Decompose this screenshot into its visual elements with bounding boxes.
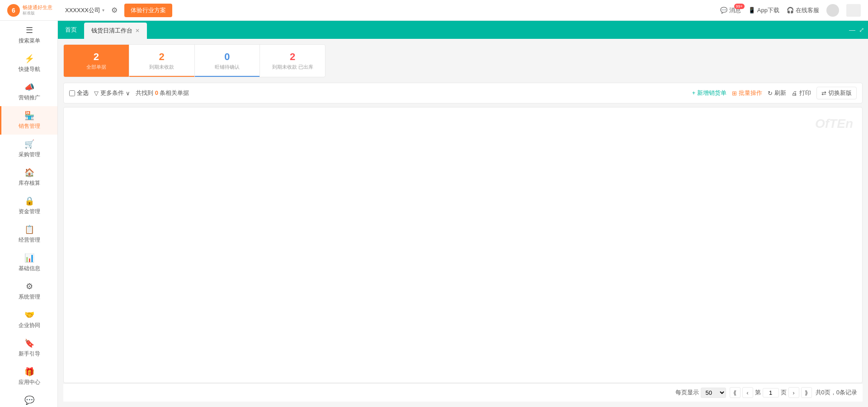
message-icon: 💬 [720, 7, 727, 14]
page-nav: ⟪ ‹ 第 页 › ⟫ [730, 387, 812, 398]
total-label: 共0页，0条记录 [816, 388, 857, 397]
trial-button[interactable]: 体验行业方案 [124, 4, 172, 17]
sidebar-label-inventory: 库存核算 [19, 179, 40, 187]
logo-sub: 标准版 [23, 10, 52, 16]
select-all-checkbox[interactable]: 全选 [69, 89, 89, 97]
sidebar-label-app-center: 应用中心 [19, 379, 40, 386]
found-text: 共找到 0 条相关单据 [136, 89, 189, 97]
page-last-button[interactable]: ⟫ [801, 387, 812, 398]
company-name: XXXXXX公司 [65, 6, 100, 14]
page-size-selector: 每页显示 50 20 100 [675, 388, 726, 398]
stat-card-pending[interactable]: 0 旺铺待确认 [195, 45, 260, 77]
batch-op-button[interactable]: ⊞ 批量操作 [732, 89, 762, 97]
page-first-button[interactable]: ⟪ [730, 387, 741, 398]
tab-maximize-icon[interactable]: ⤢ [859, 26, 864, 33]
refresh-icon: ↻ [768, 90, 773, 97]
select-all-input[interactable] [69, 90, 75, 96]
stat-label-shipped: 到期未收款 已出库 [269, 64, 316, 70]
filter-chevron-icon: ∨ [126, 90, 130, 97]
sidebar-item-marketing[interactable]: 📣 营销推广 [0, 78, 57, 106]
sidebar-label-sales: 销售管理 [19, 122, 40, 130]
headset-icon: 🎧 [787, 7, 794, 14]
tab-minimize-icon[interactable]: — [849, 26, 855, 33]
quick-nav-icon: ⚡ [24, 54, 34, 64]
sidebar-label-system: 系统管理 [19, 293, 40, 301]
toolbar-left: 全选 ▽ 更多条件 ∨ 共找到 0 条相关单据 [69, 89, 189, 97]
tab-home-label: 首页 [65, 26, 77, 34]
sidebar-item-enterprise[interactable]: 🤝 企业协同 [0, 305, 57, 334]
sidebar-item-search[interactable]: ☰ 搜索菜单 [0, 21, 57, 49]
tab-close-icon[interactable]: ✕ [135, 28, 140, 34]
stat-card-overdue[interactable]: 2 到期未收款 [129, 45, 195, 77]
table-area: OfTEn [63, 107, 863, 383]
sidebar-item-guide[interactable]: 🔖 新手引导 [0, 334, 57, 362]
found-suffix: 条相关单据 [160, 89, 189, 96]
sidebar-label-guide: 新手引导 [19, 350, 40, 358]
sidebar-label-base-info: 基础信息 [19, 265, 40, 272]
settings-icon[interactable]: ⚙ [108, 4, 121, 17]
base-info-icon: 📊 [24, 253, 34, 263]
chevron-down-icon: ▾ [102, 8, 104, 13]
stat-number-shipped: 2 [269, 51, 316, 63]
stat-label-pending: 旺铺待确认 [204, 64, 251, 70]
top-bar: 6 畅捷通好生意 标准版 XXXXXX公司 ▾ ⚙ 体验行业方案 💬 消息 99… [0, 0, 868, 21]
pagination-bar: 每页显示 50 20 100 ⟪ ‹ 第 页 › ⟫ 共0页，0条记录 [63, 383, 863, 402]
tab-workbench[interactable]: 钱货日清工作台 ✕ [84, 23, 147, 39]
sidebar: ☰ 搜索菜单 ⚡ 快捷导航 📣 营销推广 🏪 销售管理 🛒 采购管理 🏠 库存核… [0, 21, 58, 407]
sidebar-item-operations[interactable]: 📋 经营管理 [0, 220, 57, 248]
sidebar-item-sales[interactable]: 🏪 销售管理 [0, 106, 57, 135]
tab-home[interactable]: 首页 [58, 21, 84, 39]
top-bar-left: 6 畅捷通好生意 标准版 XXXXXX公司 ▾ ⚙ 体验行业方案 [7, 4, 172, 17]
message-badge: 99+ [734, 4, 745, 9]
sidebar-item-purchase[interactable]: 🛒 采购管理 [0, 135, 57, 163]
enterprise-icon: 🤝 [24, 310, 34, 320]
sidebar-item-inventory[interactable]: 🏠 库存核算 [0, 163, 57, 192]
app-download-item[interactable]: 📱 App下载 [748, 6, 779, 14]
stat-label-overdue: 到期未收款 [138, 64, 185, 70]
switch-new-button[interactable]: ⇄ 切换新版 [816, 87, 857, 99]
page-label: 第 [755, 388, 761, 397]
stat-number-pending: 0 [204, 51, 251, 63]
operations-icon: 📋 [24, 225, 34, 234]
print-button[interactable]: 🖨 打印 [792, 89, 811, 97]
top-bar-right: 💬 消息 99+ 📱 App下载 🎧 在线客服 [720, 4, 861, 17]
batch-label: 批量操作 [739, 89, 762, 97]
stat-card-all[interactable]: 2 全部单据 [64, 45, 129, 77]
company-selector[interactable]: XXXXXX公司 ▾ [65, 6, 104, 14]
page-next-button[interactable]: › [788, 387, 799, 398]
search-icon: ☰ [26, 25, 33, 35]
app-download-label: App下载 [757, 6, 779, 14]
page-input[interactable] [763, 388, 779, 398]
found-count: 0 [155, 89, 158, 96]
finance-icon: 🔒 [24, 196, 34, 206]
sidebar-item-wechat[interactable]: 💬 企业微信 [0, 391, 57, 407]
avatar[interactable] [826, 4, 839, 17]
print-label: 打印 [799, 89, 811, 97]
sidebar-item-finance[interactable]: 🔒 资金管理 [0, 192, 57, 220]
filter-label: 更多条件 [100, 89, 124, 97]
sidebar-item-base-info[interactable]: 📊 基础信息 [0, 248, 57, 277]
refresh-button[interactable]: ↻ 刷新 [768, 89, 786, 97]
sidebar-item-app-center[interactable]: 🎁 应用中心 [0, 362, 57, 391]
page-prev-button[interactable]: ‹ [742, 387, 753, 398]
user-menu[interactable] [846, 4, 861, 17]
sales-icon: 🏪 [24, 111, 34, 121]
sidebar-label-search: 搜索菜单 [19, 37, 40, 45]
message-item[interactable]: 💬 消息 99+ [720, 6, 741, 14]
online-service-item[interactable]: 🎧 在线客服 [787, 6, 819, 14]
refresh-label: 刷新 [774, 89, 786, 97]
main-content: 首页 钱货日清工作台 ✕ — ⤢ 2 全部单据 2 [58, 21, 868, 407]
stat-card-shipped[interactable]: 2 到期未收款 已出库 [260, 45, 325, 77]
sidebar-label-operations: 经营管理 [19, 236, 40, 244]
page-size-select[interactable]: 50 20 100 [701, 388, 726, 398]
found-prefix: 共找到 [136, 89, 153, 96]
sidebar-label-marketing: 营销推广 [19, 94, 40, 102]
filter-button[interactable]: ▽ 更多条件 ∨ [94, 89, 130, 97]
new-sale-button[interactable]: + 新增销货单 [692, 89, 726, 97]
page-size-label: 每页显示 [675, 388, 699, 397]
sidebar-item-system[interactable]: ⚙ 系统管理 [0, 277, 57, 305]
logo-area: 6 畅捷通好生意 标准版 [7, 4, 52, 17]
sidebar-item-quick-nav[interactable]: ⚡ 快捷导航 [0, 49, 57, 78]
batch-icon: ⊞ [732, 90, 737, 97]
toolbar-right: + 新增销货单 ⊞ 批量操作 ↻ 刷新 🖨 打印 ⇄ [692, 87, 857, 99]
